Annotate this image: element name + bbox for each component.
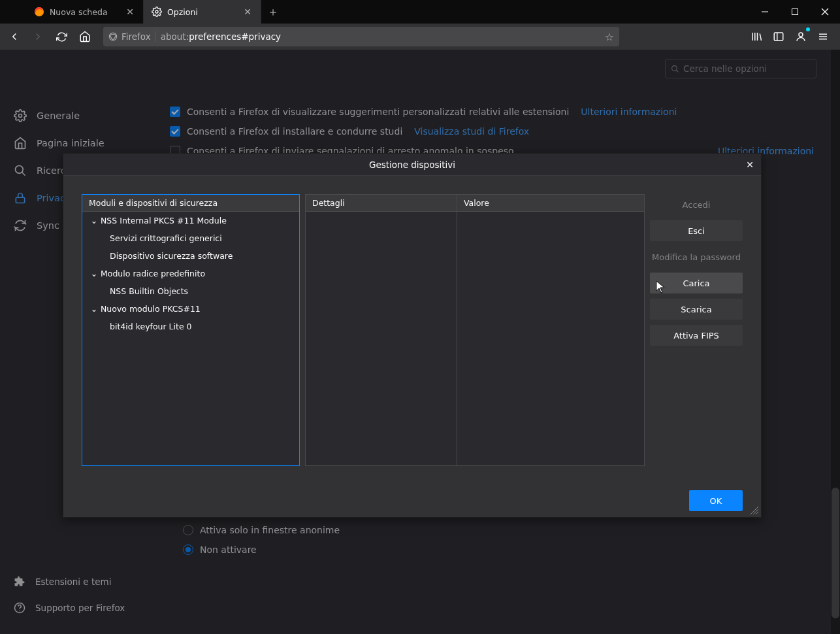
dialog-action-button: Accedi <box>650 194 743 215</box>
svg-point-9 <box>799 33 803 37</box>
close-icon[interactable]: ✕ <box>242 7 253 17</box>
window-controls <box>750 0 840 24</box>
tree-label: NSS Builtin Objects <box>110 286 188 296</box>
library-button[interactable] <box>746 26 767 47</box>
identity-label: Firefox <box>121 31 151 42</box>
dialog-title: Gestione dispositivi <box>369 159 455 170</box>
tab-strip: Nuova scheda ✕ Opzioni ✕ ＋ <box>0 0 285 24</box>
bookmark-star-icon[interactable]: ☆ <box>605 31 614 43</box>
tree-leaf[interactable]: bit4id keyfour Lite 0 <box>82 318 299 335</box>
device-manager-dialog: Gestione dispositivi ✕ Moduli e disposit… <box>63 153 762 518</box>
url-bar[interactable]: Firefox about:preferences#privacy ☆ <box>103 27 619 46</box>
url-text: about:preferences#privacy <box>161 31 600 42</box>
sidebar-toggle-button[interactable] <box>768 26 789 47</box>
window-close-button[interactable] <box>810 0 840 24</box>
chevron-down-icon: ⌄ <box>90 216 98 225</box>
tree-label: Dispositivo sicurezza software <box>110 251 233 261</box>
notification-dot-icon <box>806 27 810 31</box>
tree-label: Modulo radice predefinito <box>101 269 205 278</box>
tree-label: Servizi crittografici generici <box>110 233 222 243</box>
title-bar: Nuova scheda ✕ Opzioni ✕ ＋ <box>0 0 840 24</box>
chevron-down-icon: ⌄ <box>90 304 98 314</box>
resize-grip-icon[interactable] <box>751 507 758 514</box>
maximize-button[interactable] <box>780 0 810 24</box>
tab-options[interactable]: Opzioni ✕ <box>144 0 261 24</box>
svg-point-1 <box>155 10 158 13</box>
security-modules-tree[interactable]: Moduli e dispositivi di sicurezza ⌄NSS I… <box>82 194 300 466</box>
value-column-header: Valore <box>457 195 644 212</box>
tab-label: Nuova scheda <box>50 7 120 17</box>
dialog-action-button: Modifica la password <box>650 246 743 267</box>
tree-group[interactable]: ⌄Nuovo modulo PKCS#11 <box>82 300 299 318</box>
app-menu-button[interactable] <box>813 26 833 47</box>
new-tab-button[interactable]: ＋ <box>261 0 285 24</box>
dialog-action-button[interactable]: Attiva FIPS <box>650 325 743 346</box>
details-column-header: Dettagli <box>306 195 457 212</box>
forward-button[interactable] <box>27 26 48 47</box>
dialog-ok-button[interactable]: OK <box>689 490 743 511</box>
tree-label: Nuovo modulo PKCS#11 <box>101 304 201 314</box>
reload-button[interactable] <box>51 26 72 47</box>
minimize-button[interactable] <box>750 0 780 24</box>
tree-column-header: Moduli e dispositivi di sicurezza <box>82 195 299 212</box>
account-button[interactable] <box>790 26 811 47</box>
chevron-down-icon: ⌄ <box>90 269 98 278</box>
tree-label: NSS Internal PKCS #11 Module <box>101 216 227 225</box>
tree-leaf[interactable]: NSS Builtin Objects <box>82 282 299 300</box>
dialog-close-button[interactable]: ✕ <box>743 158 757 172</box>
svg-rect-7 <box>774 33 783 41</box>
tree-group[interactable]: ⌄Modulo radice predefinito <box>82 265 299 282</box>
nav-toolbar: Firefox about:preferences#privacy ☆ <box>0 24 840 50</box>
tab-label: Opzioni <box>167 7 237 17</box>
tree-group[interactable]: ⌄NSS Internal PKCS #11 Module <box>82 212 299 229</box>
home-button[interactable] <box>74 26 95 47</box>
identity-box[interactable]: Firefox <box>108 31 155 42</box>
back-button[interactable] <box>4 26 25 47</box>
close-icon[interactable]: ✕ <box>125 7 135 17</box>
tree-leaf[interactable]: Servizi crittografici generici <box>82 229 299 247</box>
svg-rect-3 <box>792 9 798 15</box>
firefox-icon <box>34 7 44 17</box>
tree-label: bit4id keyfour Lite 0 <box>110 322 192 331</box>
dialog-title-bar: Gestione dispositivi ✕ <box>63 154 761 176</box>
details-panel: Dettagli Valore <box>305 194 645 466</box>
dialog-action-button[interactable]: Carica <box>650 273 743 293</box>
dialog-action-button[interactable]: Scarica <box>650 299 743 320</box>
tree-leaf[interactable]: Dispositivo sicurezza software <box>82 247 299 265</box>
gear-icon <box>152 7 162 17</box>
dialog-action-button[interactable]: Esci <box>650 220 743 241</box>
tab-new[interactable]: Nuova scheda ✕ <box>26 0 144 24</box>
firefox-mono-icon <box>108 32 118 41</box>
